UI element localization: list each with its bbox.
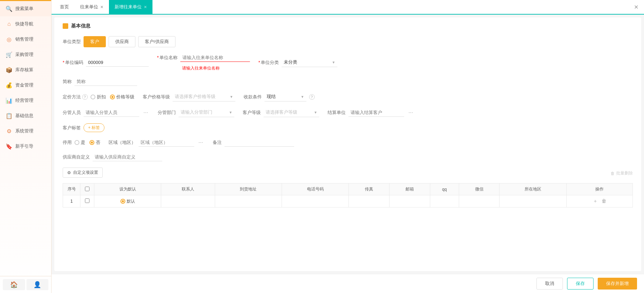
tab-new-partner[interactable]: 新增往来单位 ✕ <box>109 0 152 14</box>
sidebar-item-label: 新手引导 <box>15 143 33 149</box>
manager-group: 分管人员 ··· <box>63 108 149 117</box>
row-wechat <box>459 195 500 207</box>
customer-level-select[interactable]: 请选择客户等级 ▼ <box>264 108 319 117</box>
chevron-down-icon: ▼ <box>229 111 232 114</box>
sidebar-item-finance[interactable]: 💰 资金管理 <box>0 78 51 93</box>
payment-terms-select[interactable]: 现结 ▼ <box>265 92 306 101</box>
settlement-unit-input[interactable] <box>348 108 404 117</box>
window-close-btn[interactable]: ✕ <box>631 4 641 10</box>
sidebar-item-sales[interactable]: ◎ 销售管理 <box>0 32 51 47</box>
row-add-btn[interactable]: ＋ <box>591 197 599 205</box>
operations-icon: 📊 <box>6 97 13 104</box>
chevron-down-icon: ▼ <box>301 95 304 99</box>
row-default-label: 默认 <box>127 198 135 204</box>
region-group: 区域（地区） ··· <box>109 138 204 147</box>
row-area <box>500 195 566 207</box>
col-phone: 电话号码 <box>282 184 349 195</box>
supplier-custom-group: 供应商自定义 <box>63 153 162 161</box>
unit-category-select[interactable]: 未分类 ▼ <box>282 58 337 67</box>
sidebar-item-label: 销售管理 <box>15 36 33 42</box>
unit-type-label: 单位类型 <box>63 39 81 45</box>
row-address <box>215 195 282 207</box>
sidebar-bottom-btn-right[interactable]: 👤 <box>26 279 49 290</box>
department-select[interactable]: 请输入分管部门 ▼ <box>179 108 234 117</box>
disabled-yes-radio[interactable]: 是 <box>74 139 85 146</box>
btn-supplier[interactable]: 供应商 <box>109 36 135 47</box>
unit-code-group: *单位编码 <box>63 58 149 67</box>
home-icon: ⌂ <box>6 21 13 27</box>
tab-new-partner-close[interactable]: ✕ <box>144 5 147 9</box>
unit-name-group: *单位名称 请输入往来单位名称 <box>157 54 250 71</box>
guide-icon: 🔖 <box>6 143 13 150</box>
bottom-bar: 取消 保存 保存并新增 <box>52 274 644 293</box>
system-icon: ⚙ <box>6 128 13 135</box>
sidebar-item-label: 搜索菜单 <box>15 6 33 12</box>
sidebar-item-search[interactable]: 🔍 搜索菜单 <box>0 1 51 16</box>
sidebar-bottom-btn-left[interactable]: 🏠 <box>3 279 25 290</box>
remark-input[interactable] <box>225 138 294 147</box>
section-header: 基本信息 <box>63 23 633 29</box>
unit-name-label: *单位名称 <box>157 55 178 61</box>
unit-code-label: *单位编码 <box>63 59 83 66</box>
manager-more-btn[interactable]: ··· <box>142 109 149 116</box>
short-name-group: 简称 <box>63 78 137 86</box>
unit-type-group: 单位类型 客户 供应商 客户/供应商 <box>63 36 175 47</box>
pricing-grade-radio[interactable]: 价格等级 <box>110 94 134 100</box>
sidebar-item-inventory[interactable]: 📦 库存核算 <box>0 62 51 78</box>
tab-bar: 首页 往来单位 ✕ 新增往来单位 ✕ ✕ <box>52 0 644 15</box>
sidebar-item-system[interactable]: ⚙ 系统管理 <box>0 123 51 139</box>
tab-partner[interactable]: 往来单位 ✕ <box>74 0 109 14</box>
select-all-checkbox[interactable] <box>85 187 89 191</box>
btn-customer[interactable]: 客户 <box>84 36 106 47</box>
short-name-input[interactable] <box>74 78 137 86</box>
payment-terms-help-icon[interactable]: ? <box>309 94 315 100</box>
sidebar-item-basic-info[interactable]: 📋 基础信息 <box>0 108 51 123</box>
supplier-custom-row: 供应商自定义 <box>63 153 633 161</box>
cancel-button[interactable]: 取消 <box>536 278 563 290</box>
unit-category-label: *单位分类 <box>258 59 279 66</box>
sidebar-item-operations[interactable]: 📊 经营管理 <box>0 93 51 108</box>
customer-tag-label: 客户标签 <box>63 125 81 131</box>
pricing-help-icon[interactable]: ? <box>82 94 88 100</box>
sidebar-item-guide[interactable]: 🔖 新手引导 <box>0 139 51 154</box>
sidebar-item-quick-nav[interactable]: ⌂ 快捷导航 <box>0 16 51 32</box>
department-label: 分管部门 <box>158 109 176 116</box>
disabled-no-radio[interactable]: 否 <box>89 139 100 146</box>
col-fax: 传真 <box>349 184 390 195</box>
unit-name-input[interactable] <box>180 54 250 62</box>
custom-settings-button[interactable]: ⚙ 自定义项设置 <box>63 168 103 178</box>
row-select-checkbox[interactable] <box>85 198 89 203</box>
pricing-discount-radio[interactable]: 折扣 <box>91 94 106 100</box>
row-delete-btn[interactable]: 🗑 <box>600 197 608 204</box>
row-checkbox <box>80 195 94 207</box>
chevron-down-icon: ▼ <box>230 95 233 99</box>
btn-customer-supplier[interactable]: 客户/供应商 <box>138 36 175 47</box>
radio-circle-grade <box>110 95 115 99</box>
unit-code-input[interactable] <box>86 58 149 67</box>
save-new-button[interactable]: 保存并新增 <box>598 278 637 290</box>
payment-terms-value: 现结 <box>267 93 299 100</box>
row-default-radio[interactable]: 默认 <box>96 198 159 204</box>
sidebar-item-label: 资金管理 <box>15 82 33 88</box>
customer-price-level-select[interactable]: 请选择客户价格等级 ▼ <box>173 92 235 101</box>
supplier-custom-input[interactable] <box>93 153 162 161</box>
sidebar-item-label: 库存核算 <box>15 67 33 73</box>
search-icon: 🔍 <box>6 5 13 12</box>
row-index: 1 <box>63 195 80 207</box>
region-more-btn[interactable]: ··· <box>197 139 204 146</box>
pricing-discount-label: 折扣 <box>97 94 106 100</box>
col-wechat: 微信 <box>459 184 500 195</box>
batch-delete-btn[interactable]: 🗑 批量删除 <box>611 170 633 176</box>
table-row: 1 默认 <box>63 195 633 207</box>
tab-partner-close[interactable]: ✕ <box>100 5 103 9</box>
save-button[interactable]: 保存 <box>567 278 594 290</box>
manager-input[interactable] <box>84 108 139 117</box>
col-qq: qq <box>430 184 459 195</box>
customer-tag-row: 客户标签 + 标签 <box>63 123 633 132</box>
sidebar-item-purchase[interactable]: 🛒 采购管理 <box>0 47 51 62</box>
add-tag-button[interactable]: + 标签 <box>84 123 104 132</box>
row-phone <box>282 195 349 207</box>
settlement-unit-more-btn[interactable]: ··· <box>407 109 414 116</box>
region-input[interactable] <box>139 138 194 147</box>
tab-home[interactable]: 首页 <box>54 0 74 14</box>
